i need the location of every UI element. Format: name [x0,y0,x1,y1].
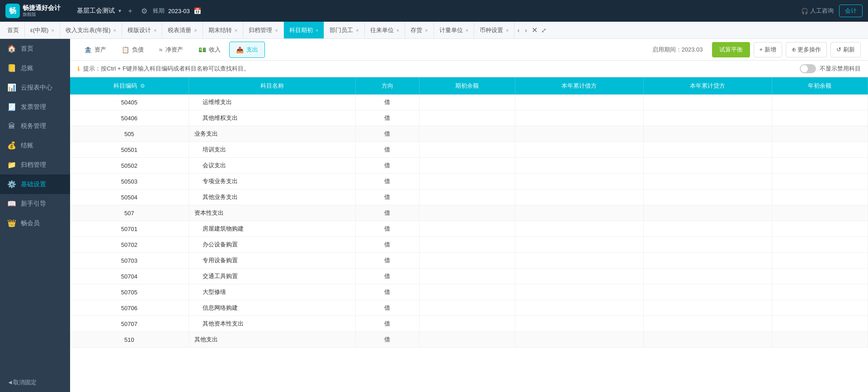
tab-close-currency[interactable]: × [506,28,509,33]
tab-template-design[interactable]: 模版设计 × [122,22,162,39]
notice-icon: ℹ [77,65,80,72]
table-row[interactable]: 505 业务支出 借 [70,126,868,142]
add-button[interactable]: + 新增 [754,42,782,57]
col-settings-icon[interactable]: ⚙ [140,83,145,89]
balance-button[interactable]: 试算平衡 [712,42,750,57]
calendar-icon[interactable]: 📅 [193,7,201,14]
sub-tab-liabilities[interactable]: 📋 负债 [115,42,151,58]
cell-debit [515,221,643,237]
sidebar-item-membership[interactable]: 👑 畅会员 [0,213,70,233]
sidebar-item-archive[interactable]: 📁 归档管理 [0,155,70,175]
tab-inventory[interactable]: 存货 × [405,22,434,39]
refresh-button[interactable]: ↺ 刷新 [830,42,861,57]
more-operations-button[interactable]: ⊕ 更多操作 [786,42,827,57]
table-row[interactable]: 510 其他支出 借 [70,332,868,348]
col-header-debit: 本年累计借方 [515,77,643,94]
table-row[interactable]: 50704 交通工具购置 借 [70,269,868,284]
tab-close-subject[interactable]: × [316,28,318,33]
disable-toggle[interactable] [800,64,816,73]
cell-opening [419,284,515,300]
table-row[interactable]: 50502 会议支出 借 [70,158,868,174]
cell-name: 办公设备购置 [189,237,355,253]
tax-icon: 🏛 [7,122,16,130]
cell-opening [419,237,515,253]
tab-close-template[interactable]: × [154,28,156,33]
table-row[interactable]: 50406 其他维权支出 借 [70,110,868,126]
sidebar-item-settlement[interactable]: 💰 结账 [0,136,70,155]
tab-counterparty[interactable]: 往来单位 × [365,22,405,39]
cell-direction: 借 [356,253,420,269]
col-header-name: 科目名称 [189,77,355,94]
cell-annual [772,316,868,332]
table-row[interactable]: 50701 房屋建筑物购建 借 [70,221,868,237]
cell-credit [643,221,772,237]
tab-nav-prev-icon[interactable]: ‹ [514,27,522,34]
table-row[interactable]: 50504 其他业务支出 借 [70,189,868,205]
subjects-table: 科目编码 ⚙ 科目名称 方向 期初余额 本年累计借方 本年累计贷方 年初余额 5… [70,77,868,348]
tab-close-period[interactable]: × [235,28,237,33]
tab-expand-icon[interactable]: ⤢ [539,27,548,34]
cell-opening [419,316,515,332]
sub-tab-expenditure[interactable]: 📤 支出 [229,42,265,58]
tab-close-dept[interactable]: × [356,28,359,33]
tab-midterm[interactable]: ε(中期) × [25,22,60,39]
cell-direction: 借 [356,284,420,300]
sub-tab-income[interactable]: 💵 收入 [192,42,227,58]
sidebar-item-home[interactable]: 🏠 首页 [0,39,70,58]
sidebar-item-invoice[interactable]: 🧾 发票管理 [0,97,70,117]
sidebar-item-basic-settings[interactable]: ⚙️ 基础设置 [0,175,70,194]
company-dropdown-icon[interactable]: ▾ [118,8,121,14]
tab-home[interactable]: 首页 [2,22,25,39]
cell-code: 507 [70,205,189,221]
cell-opening [419,253,515,269]
tab-close-unit[interactable]: × [466,28,468,33]
table-row[interactable]: 50501 培训支出 借 [70,142,868,158]
sidebar-item-reports[interactable]: 📊 云报表中心 [0,78,70,97]
cell-annual [772,253,868,269]
sidebar-collapse-button[interactable]: ◄取消固定 [0,373,70,392]
tab-tax-register[interactable]: 税表清册 × [162,22,203,39]
table-row[interactable]: 50705 大型修缮 借 [70,284,868,300]
tab-close-archive[interactable]: × [275,28,278,33]
tab-close-tax[interactable]: × [194,28,197,33]
table-row[interactable]: 50405 运维维支出 借 [70,94,868,110]
tab-currency[interactable]: 币种设置 × [474,22,514,39]
headset-icon: 🎧 [801,8,808,14]
period-value: 2023-03 [168,8,190,14]
table-row[interactable]: 50702 办公设备购置 借 [70,237,868,253]
table-row[interactable]: 507 资本性支出 借 [70,205,868,221]
cell-code: 50501 [70,142,189,158]
tab-period-end[interactable]: 期末结转 × [203,22,243,39]
sub-tab-net-assets[interactable]: ≈ 净资产 [152,42,190,58]
tab-annual-report[interactable]: 收入支出表(年报) × [60,22,122,39]
sidebar-item-guide[interactable]: 📖 新手引导 [0,194,70,213]
tab-subject-initial[interactable]: 科目期初 × [284,22,324,39]
sidebar-item-tax[interactable]: 🏛 税务管理 [0,117,70,136]
cell-direction: 借 [356,269,420,284]
cell-credit [643,110,772,126]
tab-dept-staff[interactable]: 部门员工 × [324,22,364,39]
add-company-icon[interactable]: ＋ [125,5,136,18]
tab-close-all-icon[interactable]: ✕ [530,26,539,34]
tab-close-counterparty[interactable]: × [396,28,399,33]
tab-unit[interactable]: 计量单位 × [434,22,474,39]
period-label: 账期 [153,7,165,15]
table-row[interactable]: 50703 专用设备购置 借 [70,253,868,269]
sub-tab-assets[interactable]: 🏦 资产 [77,42,113,58]
settings-icon[interactable]: ⚙ [139,5,149,17]
tab-close-annual[interactable]: × [113,28,116,33]
cell-debit [515,269,643,284]
cell-name: 培训支出 [189,142,355,158]
table-row[interactable]: 50706 信息网络购建 借 [70,300,868,316]
sidebar-item-ledger[interactable]: 📒 总账 [0,58,70,78]
tab-nav-next-icon[interactable]: › [522,27,530,34]
account-button[interactable]: 会计 [839,5,863,17]
cell-annual [772,174,868,189]
support-button[interactable]: 🎧 人工咨询 [801,7,834,15]
table-row[interactable]: 50707 其他资本性支出 借 [70,316,868,332]
cell-code: 50701 [70,221,189,237]
tab-close-midterm[interactable]: × [51,28,54,33]
table-row[interactable]: 50503 专项业务支出 借 [70,174,868,189]
tab-close-inventory[interactable]: × [425,28,428,33]
tab-archive-mgmt[interactable]: 归档管理 × [243,22,283,39]
